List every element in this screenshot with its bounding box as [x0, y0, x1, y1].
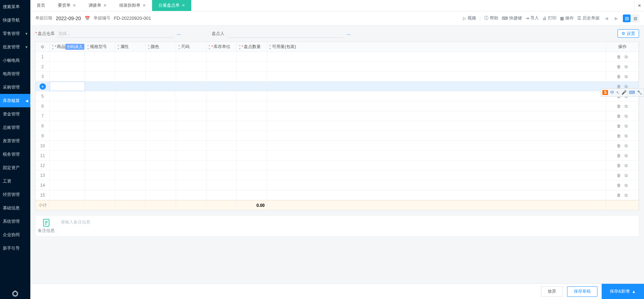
cell[interactable] [50, 141, 85, 150]
video-link[interactable]: ▷视频 [463, 15, 476, 21]
cell[interactable] [85, 101, 115, 111]
cell[interactable] [146, 190, 176, 200]
cell[interactable] [267, 171, 606, 180]
cell[interactable] [237, 121, 267, 131]
cell[interactable] [176, 190, 206, 200]
calendar-icon[interactable]: 📅 [85, 16, 90, 21]
col-color[interactable]: ▴▾颜色 [146, 42, 176, 52]
cell[interactable] [176, 171, 206, 180]
cell[interactable] [115, 161, 146, 170]
cell[interactable] [206, 52, 237, 61]
cell[interactable] [267, 111, 606, 121]
table-row[interactable]: 2🗑⧉ [36, 62, 639, 72]
tab-3[interactable]: 组装拆卸单✕ [113, 0, 152, 11]
cell[interactable] [176, 161, 206, 170]
table-row[interactable]: 15🗑⧉ [36, 190, 639, 200]
ime-lang[interactable]: 中 [610, 90, 614, 96]
sidebar-item-15[interactable]: 基础信息 [0, 201, 30, 215]
table-row[interactable]: 6🗑⧉ [36, 101, 639, 111]
cell[interactable] [176, 141, 206, 150]
copy-icon[interactable]: ⧉ [625, 153, 628, 158]
sidebar-item-2[interactable]: 零售管理▼ [0, 27, 30, 40]
col-attr[interactable]: ▴▾属性 [115, 42, 146, 52]
table-row[interactable]: 9🗑⧉ [36, 131, 639, 141]
cell[interactable] [50, 121, 85, 131]
cell[interactable] [85, 161, 115, 170]
copy-icon[interactable]: ⧉ [625, 54, 628, 59]
cell[interactable] [146, 111, 176, 121]
cell[interactable] [146, 72, 176, 81]
cell[interactable] [237, 151, 267, 160]
ime-punct-icon[interactable]: •, [616, 90, 619, 95]
copy-icon[interactable]: ⧉ [625, 64, 628, 69]
delete-icon[interactable]: 🗑 [617, 183, 621, 188]
copy-icon[interactable]: ⧉ [625, 124, 628, 128]
table-row[interactable]: 8🗑⧉ [36, 121, 639, 131]
add-row-button[interactable]: + [40, 83, 46, 90]
cell[interactable] [50, 111, 85, 121]
cell[interactable] [237, 91, 267, 101]
cell[interactable] [206, 121, 237, 131]
cell[interactable] [50, 180, 85, 190]
settings-button[interactable]: ⚙设置 [618, 29, 639, 38]
cell[interactable] [176, 121, 206, 131]
cell[interactable] [115, 180, 146, 190]
cell[interactable] [50, 161, 85, 170]
cell[interactable] [267, 72, 606, 81]
cell[interactable] [237, 82, 267, 91]
cell[interactable] [146, 62, 176, 71]
cell[interactable] [206, 180, 237, 190]
cell[interactable] [85, 72, 115, 81]
cell[interactable] [85, 91, 115, 101]
cell[interactable] [146, 180, 176, 190]
cell[interactable] [176, 82, 206, 91]
cell[interactable] [267, 91, 606, 101]
cell[interactable] [50, 91, 85, 101]
tab-0[interactable]: 首页 [30, 0, 52, 11]
cell[interactable] [146, 141, 176, 150]
close-icon[interactable]: ✕ [73, 3, 76, 8]
close-icon[interactable]: ✕ [143, 3, 146, 8]
delete-icon[interactable]: 🗑 [617, 133, 621, 138]
cell[interactable] [50, 190, 85, 200]
cell[interactable] [115, 72, 146, 81]
sidebar-item-16[interactable]: 系统管理 [0, 215, 30, 228]
copy-icon[interactable]: ⧉ [625, 74, 628, 79]
cell[interactable] [237, 52, 267, 61]
copy-icon[interactable]: ⧉ [625, 193, 628, 198]
sidebar-item-17[interactable]: 企业协同 [0, 228, 30, 241]
cell[interactable] [176, 180, 206, 190]
table-row[interactable]: 14🗑⧉ [36, 180, 639, 190]
cell[interactable] [115, 171, 146, 180]
delete-icon[interactable]: 🗑 [617, 74, 621, 79]
delete-icon[interactable]: 🗑 [617, 104, 621, 109]
cell[interactable] [206, 151, 237, 160]
cell[interactable] [115, 121, 146, 131]
cell[interactable] [176, 52, 206, 61]
tab-2[interactable]: 调拨单✕ [82, 0, 113, 11]
cell[interactable] [267, 131, 606, 140]
cell[interactable] [85, 52, 115, 61]
tab-1[interactable]: 要货单✕ [52, 0, 82, 11]
table-row[interactable]: 12🗑⧉ [36, 161, 639, 171]
cell[interactable] [85, 180, 115, 190]
close-all-button[interactable]: ✕ [634, 0, 644, 11]
cell[interactable] [85, 62, 115, 71]
col-unit[interactable]: ▴▾*库存单位 [206, 42, 237, 52]
cell[interactable] [267, 82, 606, 91]
cell[interactable] [267, 121, 606, 131]
sidebar-item-4[interactable]: 小畅电商 [0, 54, 30, 67]
save-new-button[interactable]: 保存&新增▲ [602, 284, 644, 299]
cell[interactable] [237, 190, 267, 200]
cell[interactable] [237, 161, 267, 170]
view-card-button[interactable]: ▦ [631, 14, 639, 22]
cell[interactable] [206, 101, 237, 111]
person-input[interactable] [227, 30, 344, 38]
cell[interactable] [85, 131, 115, 140]
close-icon[interactable]: ✕ [182, 3, 185, 8]
person-more-icon[interactable]: ⋯ [347, 32, 351, 38]
cell[interactable] [267, 62, 606, 71]
copy-icon[interactable]: ⧉ [625, 183, 628, 188]
cell[interactable] [267, 141, 606, 150]
cell[interactable] [146, 161, 176, 170]
